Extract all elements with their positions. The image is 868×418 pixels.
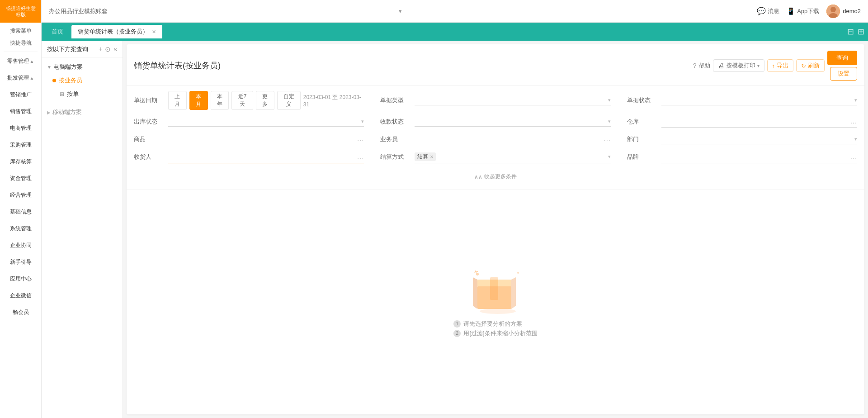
date-label: 单据日期: [134, 96, 161, 104]
out-status-select[interactable]: ▾: [168, 117, 364, 127]
collapse-up-icon: ∧∧: [474, 174, 482, 180]
sidebar-item-inventory[interactable]: 库存核算: [0, 153, 41, 170]
export-button[interactable]: ↑ 导出: [767, 59, 794, 72]
salesman-dots[interactable]: …: [604, 135, 611, 143]
dropdown-icon[interactable]: ▾: [399, 8, 402, 14]
doc-status-select[interactable]: ▾: [661, 95, 857, 105]
query-button[interactable]: 查询: [827, 51, 857, 65]
template-print-button[interactable]: 🖨 按模板打印 ▾: [713, 59, 764, 72]
date-btn-more[interactable]: 更多: [256, 91, 274, 110]
brand-select[interactable]: …: [661, 151, 857, 163]
app-download-label: App下载: [797, 7, 819, 15]
empty-svg: [468, 266, 527, 316]
help-label: 帮助: [698, 62, 710, 70]
date-btn-last-7[interactable]: 近7天: [231, 91, 253, 110]
brand-label: 品牌: [627, 153, 654, 161]
tab-minimize-icon[interactable]: ⊟: [847, 27, 854, 37]
filter-row-2: 出库状态 ▾ 收款状态 ▾ 仓库 …: [134, 115, 857, 128]
sidebar-item-app-center[interactable]: 应用中心: [0, 271, 41, 287]
receipt-status-select[interactable]: ▾: [415, 117, 610, 127]
warehouse-select[interactable]: …: [661, 115, 857, 128]
date-btn-this-month[interactable]: 本月: [189, 91, 208, 110]
phone-icon: 📱: [787, 7, 795, 15]
collapse-more-bar[interactable]: ∧∧ 收起更多条件: [134, 169, 857, 184]
message-button[interactable]: 💬 消息: [757, 7, 779, 15]
help-icon: ?: [693, 62, 697, 69]
plan-group-mobile-header[interactable]: ▶ 移动端方案: [42, 105, 123, 119]
refresh-button[interactable]: ↻ 刷新: [796, 59, 825, 72]
help-button[interactable]: ? 帮助: [693, 62, 710, 70]
receipt-status-arrow-icon: ▾: [608, 119, 611, 124]
app-download-button[interactable]: 📱 App下载: [787, 7, 819, 15]
doc-type-select[interactable]: ▾: [415, 95, 610, 105]
right-panel: 销货单统计表(按业务员) ? 帮助 🖨 按模板打印 ▾ ↑ 导出: [127, 44, 864, 414]
settlement-tag-text: 结算: [417, 153, 428, 161]
expand-arrow-icon: ▶: [47, 110, 51, 115]
add-plan-icon[interactable]: +: [99, 45, 102, 53]
sidebar-search[interactable]: 搜索菜单: [0, 23, 41, 38]
sidebar-item-label: 新手引导: [10, 258, 32, 266]
sidebar-item-label: 基础信息: [10, 208, 32, 216]
salesman-select[interactable]: …: [415, 133, 610, 145]
tab-sales-stat[interactable]: 销货单统计表（按业务员） ✕: [71, 25, 162, 38]
date-range-text: 2023-03-01 至 2023-03-31: [303, 94, 364, 108]
sidebar-item-system[interactable]: 系统管理: [0, 220, 41, 237]
svg-rect-9: [490, 277, 498, 300]
goods-label: 商品: [134, 135, 161, 143]
sidebar-item-wechat[interactable]: 企业微信: [0, 287, 41, 304]
plan-group-pc: ▼ 电脑端方案 按业务员 ⊞ 按单: [42, 57, 123, 104]
date-btn-custom[interactable]: 自定义: [277, 91, 301, 110]
left-panel-icons: + ⊙ «: [99, 45, 117, 53]
collapse-panel-icon[interactable]: «: [113, 45, 117, 53]
goods-select[interactable]: …: [168, 133, 364, 145]
doc-status-arrow-icon: ▾: [854, 97, 857, 103]
sidebar-item-basic[interactable]: 基础信息: [0, 204, 41, 220]
sidebar-item-finance[interactable]: 资金管理: [0, 170, 41, 187]
plan-group-mobile-label: 移动端方案: [52, 108, 82, 116]
tab-expand-icon[interactable]: ⊞: [858, 27, 864, 37]
edit-plan-icon[interactable]: ⊙: [105, 45, 111, 53]
avatar: [826, 5, 840, 18]
consignee-input[interactable]: [168, 153, 355, 160]
settlement-close-icon[interactable]: ×: [430, 154, 433, 160]
receipt-status-label: 收款状态: [380, 118, 407, 126]
settlement-tag[interactable]: 结算 ×: [415, 152, 436, 161]
page-title: 销货单统计表(按业务员): [134, 60, 221, 71]
sidebar-item-label: 采购管理: [10, 141, 32, 149]
date-btn-last-month[interactable]: 上月: [168, 91, 187, 110]
plan-item-by-order[interactable]: ⊞ 按单: [42, 87, 123, 101]
step-2-number: 2: [453, 330, 461, 337]
sidebar-item-label: 企业协同: [10, 242, 32, 249]
sidebar-item-enterprise[interactable]: 企业协同: [0, 237, 41, 254]
dept-select[interactable]: ▾: [661, 134, 857, 144]
brand-dots[interactable]: …: [850, 153, 857, 161]
sidebar-item-operation[interactable]: 经营管理: [0, 187, 41, 204]
consignee-dots[interactable]: …: [357, 153, 364, 161]
sidebar-item-ecom[interactable]: 电商管理: [0, 120, 41, 137]
sidebar-item-marketing[interactable]: 营销推广: [0, 86, 41, 103]
home-tab-label: 首页: [52, 28, 63, 36]
user-profile[interactable]: demo2: [826, 5, 861, 18]
sidebar-quicknav[interactable]: 快捷导航: [0, 38, 41, 51]
sidebar-item-label: 企业微信: [10, 292, 32, 299]
left-panel: 按以下方案查询 + ⊙ « ▼ 电脑端方案 按业务员 ⊞ 按单: [42, 41, 123, 418]
plan-item-by-salesman[interactable]: 按业务员: [42, 74, 123, 87]
tab-close-icon[interactable]: ✕: [152, 29, 156, 35]
out-status-label: 出库状态: [134, 118, 161, 126]
settlement-select[interactable]: 结算 × ▾: [415, 151, 610, 163]
settings-button[interactable]: 设置: [830, 67, 857, 81]
sidebar-item-newbie[interactable]: 新手引导: [0, 254, 41, 271]
goods-dots[interactable]: …: [357, 135, 364, 143]
sidebar-item-wholesale[interactable]: 批发管理 ▲: [0, 70, 41, 86]
plan-group-pc-header[interactable]: ▼ 电脑端方案: [42, 60, 123, 74]
sidebar-item-sales[interactable]: 销售管理: [0, 103, 41, 120]
sidebar-item-retail[interactable]: 零售管理 ▲: [0, 53, 41, 70]
sidebar-item-purchase[interactable]: 采购管理: [0, 137, 41, 153]
topbar: 办公用品行业模拟账套 ▾ 💬 消息 📱 App下载 demo: [42, 0, 868, 23]
plan-item-by-order-label: 按单: [67, 90, 79, 98]
date-btn-this-year[interactable]: 本年: [211, 91, 229, 110]
tab-home[interactable]: 首页: [45, 25, 70, 38]
chevron-icon: ▲: [30, 76, 34, 81]
sidebar-item-vip[interactable]: 畅会员: [0, 304, 41, 321]
warehouse-dots[interactable]: …: [850, 117, 857, 125]
